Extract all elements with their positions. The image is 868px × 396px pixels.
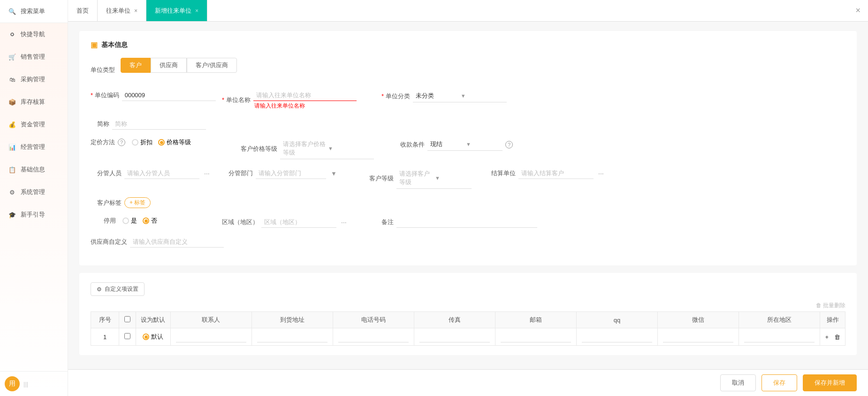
supplier-custom-input[interactable] [130,236,224,248]
delete-row-btn[interactable]: 🗑 [834,334,840,341]
address-input[interactable] [257,331,327,342]
row-check [119,328,136,346]
add-tag-btn[interactable]: + 标签 [124,197,151,208]
bottom-bar: 取消 保存 保存并新增 [68,369,868,396]
wechat-input[interactable] [663,331,733,342]
settlement-unit-input[interactable] [518,168,594,179]
contacts-card: ⚙ 自定义项设置 🗑 批量删除 序号 设为默认 联系人 到货地址 [79,273,857,355]
tab-bar: 首页 往来单位 × 新增往来单位 × × [68,0,868,22]
sidebar-item-quick-nav[interactable]: ⭘ 快捷导航 [0,23,68,46]
chevron-down-icon: ▼ [461,93,504,99]
chevron-down-icon: ▼ [328,146,371,151]
settlement-unit-label: 结算单位 [491,169,516,178]
radio-discount[interactable]: 折扣 [132,138,152,147]
customer-tag-field: 客户标签 + 标签 [91,197,151,208]
sidebar-item-system[interactable]: ⚙ 系统管理 [0,181,68,203]
manager-field: 分管人员 ··· [91,168,222,179]
payment-terms-select[interactable]: 现结 ▼ [427,138,503,151]
unit-code-input[interactable] [122,90,216,101]
tab-new-contact[interactable]: 新增往来单位 × [146,0,207,21]
sidebar-item-sales[interactable]: 🛒 销售管理 [0,46,68,68]
sidebar-item-basic-info[interactable]: 📋 基础信息 [0,158,68,181]
short-name-input[interactable] [112,118,206,130]
default-radio-circle [143,334,149,340]
unit-name-field: 单位名称 请输入往来单位名称 [222,90,381,110]
payment-help-icon[interactable]: ? [505,141,513,148]
radio-no[interactable]: 否 [143,217,157,225]
customer-level-select[interactable]: 请选择客户等级 ▼ [396,168,472,189]
short-name-label: 简称 [97,120,109,128]
phone-input[interactable] [338,331,409,342]
operations-icon: 📊 [8,142,17,152]
row-contact [170,328,251,346]
row-wechat [658,328,739,346]
unit-category-label: 单位分类 [381,92,410,101]
sidebar-item-operations[interactable]: 📊 经营管理 [0,136,68,158]
contact-input[interactable] [176,331,246,342]
batch-delete-icon: 🗑 [816,302,822,309]
settlement-more-btn[interactable]: ··· [596,170,606,177]
sidebar-item-newbie[interactable]: 🎓 新手引导 [0,203,68,226]
unit-type-both-btn[interactable]: 客户/供应商 [187,58,237,73]
th-fax: 传真 [414,312,495,328]
system-icon: ⚙ [8,187,17,197]
customer-level-label: 客户等级 [369,174,394,183]
sidebar-footer: 用 ||| [0,371,68,396]
save-button[interactable]: 保存 [761,374,797,391]
form-row-7: 供应商自定义 [91,236,845,248]
unit-category-select[interactable]: 未分类 ▼ [413,90,507,102]
region-more-btn[interactable]: ··· [339,218,349,226]
fax-input[interactable] [419,331,490,342]
department-chevron-icon: ▼ [331,170,337,177]
th-address: 到货地址 [251,312,333,328]
sales-icon: 🛒 [8,52,17,62]
table-row: 1 默认 [91,328,845,346]
pricing-help-icon[interactable]: ? [118,139,125,146]
region-input[interactable] [261,217,336,228]
th-action: 操作 [820,312,845,328]
sidebar-item-search[interactable]: 🔍 搜索菜单 [0,0,68,23]
window-close-button[interactable]: × [848,6,868,16]
default-radio[interactable]: 默认 [141,333,166,341]
remarks-input[interactable] [396,217,537,228]
department-input[interactable] [256,168,326,179]
radio-discount-circle [132,139,138,146]
tab-contacts-close[interactable]: × [134,8,137,14]
sidebar-item-inventory[interactable]: 📦 库存核算 [0,91,68,113]
unit-name-error: 请输入往来单位名称 [254,102,357,110]
sidebar-item-purchase[interactable]: 🛍 采购管理 [0,68,68,91]
unit-name-input[interactable] [253,90,357,101]
settlement-unit-field: 结算单位 ··· [485,168,606,179]
radio-yes-circle [122,217,129,224]
unit-type-customer-btn[interactable]: 客户 [121,58,151,73]
th-region: 所在地区 [739,312,820,328]
row-checkbox[interactable] [124,333,130,339]
cancel-button[interactable]: 取消 [720,374,756,391]
select-all-checkbox[interactable] [124,316,130,322]
row-email [495,328,576,346]
th-qq: qq [577,312,658,328]
unit-type-label: 单位类型 [91,66,115,74]
tab-contacts[interactable]: 往来单位 × [98,0,146,21]
row-address [251,328,333,346]
qq-input[interactable] [582,331,652,342]
add-row-btn[interactable]: + [825,334,829,341]
custom-settings-btn[interactable]: ⚙ 自定义项设置 [91,282,145,296]
customer-price-level-select[interactable]: 请选择客户价格等级 ▼ [280,138,374,159]
pricing-method-label: 定价方法 [91,138,115,147]
batch-delete-btn[interactable]: 🗑 批量删除 [91,302,845,310]
th-contact: 联系人 [170,312,251,328]
remarks-label: 备注 [381,218,394,226]
radio-level[interactable]: 价格等级 [158,138,191,147]
email-input[interactable] [501,331,571,342]
tab-home[interactable]: 首页 [68,0,98,21]
unit-code-field: 单位编码 [91,90,222,101]
manager-more-btn[interactable]: ··· [202,170,212,177]
manager-input[interactable] [124,168,199,179]
radio-yes[interactable]: 是 [122,217,137,225]
sidebar-item-finance[interactable]: 💰 资金管理 [0,113,68,136]
unit-type-supplier-btn[interactable]: 供应商 [151,58,187,73]
row-region-input[interactable] [744,331,815,342]
save-new-button[interactable]: 保存并新增 [803,374,857,391]
tab-new-contact-close[interactable]: × [195,8,198,14]
